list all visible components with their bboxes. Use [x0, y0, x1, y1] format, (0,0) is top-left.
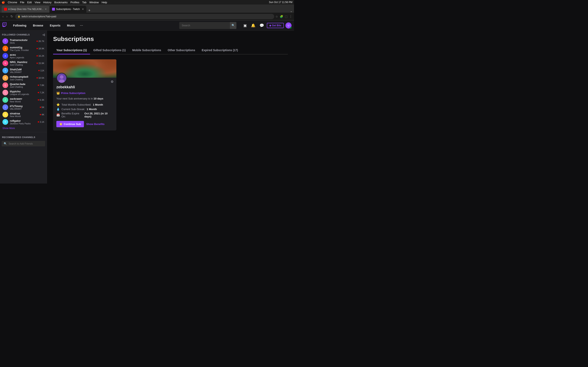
show-benefits-button[interactable]: Show Benefits [86, 123, 105, 125]
sidebar-item-trainwreckstv[interactable]: T Trainwreckstv Slots 26.7K [1, 38, 46, 45]
browser-tab-twitch[interactable]: Subscriptions - Twitch ✕ [50, 6, 86, 13]
channel-name[interactable]: zebekkahli [56, 85, 113, 89]
drop-icon: 💧 [56, 108, 60, 111]
system-status-icons: Sun Oct 17 11:56 PM [269, 1, 292, 4]
channel-avatar-iitztimmy: I [2, 104, 8, 110]
channel-name-label: lilypichu [10, 90, 38, 93]
show-more-button[interactable]: Show More [0, 125, 47, 131]
user-avatar[interactable]: U [285, 22, 292, 29]
sidebar-item-quarterjade[interactable]: Q QuarterJade Just Chatting 7.8K [1, 82, 46, 89]
sidebar-item-iitztimmy[interactable]: I iiTzTimmy VALORANT 5K [1, 104, 46, 111]
forward-button[interactable]: › [6, 14, 8, 19]
subscription-card: ⚙ zebekkahli 👑 Prime Subscription Your n… [53, 59, 116, 131]
sidebar: FOLLOWED CHANNELS ◁ T Trainwreckstv Slot… [0, 31, 47, 184]
channel-name-label: sinatraa [10, 112, 40, 115]
channel-avatar-nrg_hamlinz: N [2, 60, 8, 66]
menubar-window[interactable]: Window [89, 1, 99, 4]
sidebar-item-nrg_hamlinz[interactable]: N NRG_Hamlinz Just Chatting 15.9K [1, 59, 46, 67]
live-indicator [40, 114, 41, 115]
menubar-tab[interactable]: Tab [82, 1, 86, 4]
bookmark-icon[interactable]: ☆ [276, 15, 278, 18]
channel-viewers-count: 10.5K [36, 77, 44, 79]
main-layout: FOLLOWED CHANNELS ◁ T Trainwreckstv Slot… [0, 31, 294, 184]
extensions-icon[interactable]: 🧩 [280, 15, 283, 18]
sidebar-item-summit1g[interactable]: S summit1g The Cycle: Frontier 18.9K [1, 45, 46, 52]
tab-gifted-subscriptions[interactable]: Gifted Subscriptions (1) [90, 47, 129, 54]
menubar-bookmarks[interactable]: Bookmarks [54, 1, 68, 4]
channel-info-shahzam: ShahZaM VALORANT [10, 68, 38, 73]
nav-music[interactable]: Music [65, 23, 77, 28]
sidebar-item-aceu[interactable]: A aceu Apex Legends 16.2K [1, 52, 46, 59]
live-indicator [36, 77, 38, 78]
tab-overflow-button[interactable]: ⌄ [290, 9, 292, 13]
reload-button[interactable]: ↻ [9, 14, 14, 19]
address-input[interactable]: 🔒 twitch.tv/subscriptions?tab=paid [15, 14, 274, 19]
benefits-expire-stat: 📅 Benefits Expire On: Oct 28, 2021 (in 1… [56, 112, 113, 118]
tab-other-subscriptions[interactable]: Other Subscriptions [164, 47, 199, 54]
tab-expired-subscriptions[interactable]: Expired Subscriptions (17) [199, 47, 241, 54]
menubar-profiles[interactable]: Profiles [70, 1, 79, 4]
search-input[interactable] [179, 24, 230, 27]
sidebar-item-zackrawrr[interactable]: Z zackrawrr New World 6.3K [1, 96, 46, 104]
browser-chrome: A Deep Dive Into The NELK/W... ✕ Subscri… [0, 4, 294, 20]
menubar-help[interactable]: Help [102, 1, 107, 4]
new-tab-button[interactable]: + [87, 8, 92, 13]
live-indicator [38, 99, 39, 100]
settings-gear-icon[interactable]: ⚙ [111, 80, 113, 83]
nav-esports[interactable]: Esports [48, 23, 62, 28]
channel-viewers-count: 7.8K [38, 84, 44, 86]
channel-info-iitztimmy: iiTzTimmy VALORANT [10, 105, 40, 110]
search-button[interactable]: 🔍 [230, 22, 236, 29]
get-bits-button[interactable]: ◆ Get Bits [267, 23, 284, 28]
apple-menu[interactable]: 🍎 [2, 1, 5, 4]
channel-info-lilypichu: lilypichu League of Legends [10, 90, 38, 95]
tab-mobile-subscriptions[interactable]: Mobile Subscriptions [129, 47, 164, 54]
channel-game-label: New World [10, 100, 38, 103]
channel-info-sinatraa: sinatraa New World [10, 112, 40, 117]
sidebar-item-sinatraa[interactable]: S sinatraa New World 4K [1, 111, 46, 118]
sidebar-item-rofigator[interactable]: R rofIgator Jackbox Party Packs 3.1K [1, 118, 46, 125]
macos-menubar: 🍎 Chrome File Edit View History Bookmark… [0, 0, 294, 4]
tab-close-twitch[interactable]: ✕ [82, 8, 84, 11]
nav-more[interactable]: ··· [80, 23, 83, 27]
menubar-view[interactable]: View [35, 1, 40, 4]
channel-info-richwcampbell: richwcampbell Just Chatting [10, 75, 36, 81]
tab-bar: A Deep Dive Into The NELK/W... ✕ Subscri… [0, 4, 294, 13]
search-bar[interactable]: 🔍 [179, 22, 236, 29]
search-friends-bar[interactable]: 🔍 [2, 141, 45, 146]
continue-sub-button[interactable]: ⭐ Continue Sub [56, 121, 84, 127]
menubar-history[interactable]: History [43, 1, 52, 4]
nav-following[interactable]: Following [11, 23, 28, 28]
tab-your-subscriptions[interactable]: Your Subscriptions (1) [53, 47, 90, 54]
chat-icon-button[interactable]: 💬 [258, 22, 265, 29]
channel-game-label: The Cycle: Frontier [10, 49, 36, 51]
browser-menu-icon[interactable]: ⋮ [289, 15, 292, 18]
menubar-file[interactable]: File [20, 1, 24, 4]
menubar-edit[interactable]: Edit [27, 1, 32, 4]
profile-switch-icon[interactable]: ⬚ [285, 15, 287, 18]
browser-tab-youtube[interactable]: A Deep Dive Into The NELK/W... ✕ [2, 6, 49, 13]
live-indicator [38, 70, 40, 71]
menubar-chrome[interactable]: Chrome [8, 1, 17, 4]
back-button[interactable]: ‹ [2, 14, 4, 19]
anniversary-text: Your next Sub anniversary is in 10 days [56, 97, 113, 100]
channel-name-label: QuarterJade [10, 83, 38, 86]
notifications-icon-button[interactable]: 🔔 [250, 22, 257, 29]
sidebar-item-shahzam[interactable]: S ShahZaM VALORANT 11K [1, 67, 46, 74]
followed-channels-header: FOLLOWED CHANNELS ◁ [0, 31, 47, 38]
live-indicator [36, 63, 38, 64]
search-friends-input[interactable] [9, 142, 43, 145]
calendar-icon: 📅 [56, 113, 60, 117]
sidebar-collapse-button[interactable]: ◁ [43, 33, 45, 36]
rewards-icon-button[interactable]: ▣ [242, 22, 248, 29]
tab-close-youtube[interactable]: ✕ [45, 8, 47, 11]
sidebar-item-lilypichu[interactable]: L lilypichu League of Legends 7.2K [1, 89, 46, 96]
channel-avatar-quarterjade: Q [2, 82, 8, 88]
sidebar-item-richwcampbell[interactable]: R richwcampbell Just Chatting 10.5K [1, 74, 46, 82]
twitch-logo[interactable] [2, 22, 7, 29]
address-text: twitch.tv/subscriptions?tab=paid [22, 15, 56, 18]
address-icons: ☆ 🧩 ⬚ ⋮ [276, 15, 292, 18]
bits-diamond-icon: ◆ [269, 24, 271, 27]
nav-browse[interactable]: Browse [31, 23, 45, 28]
channel-viewers-count: 6.3K [38, 99, 44, 101]
